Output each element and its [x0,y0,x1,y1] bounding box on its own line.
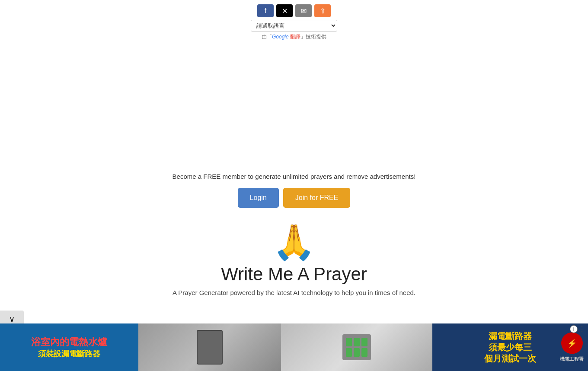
google-brand: Google [272,34,289,40]
ad-logo-area: ⚡ 機電工程署 [560,333,584,362]
ad-logo-text: 機電工程署 [560,356,584,362]
prayer-emoji: 🙏 [0,225,588,260]
top-ad-area [0,43,588,164]
ad-segment-1[interactable]: 浴室內的電熱水爐 須裝設漏電斷路器 [0,323,138,371]
ad-more-icon[interactable]: ⋮ [578,325,585,333]
credit-suffix: 」技術提供 [300,34,326,40]
ad-text-1: 浴室內的電熱水爐 [31,336,107,349]
bottom-ad-banner: 浴室內的電熱水爐 須裝設漏電斷路器 [0,323,588,371]
join-free-button[interactable]: Join for FREE [283,188,351,208]
twitter-icon: ✕ [282,7,288,15]
member-prompt-text: Become a FREE member to generate unlimit… [0,173,588,180]
ad-info-icon[interactable]: i [570,325,578,333]
credit-prefix: 由「 [262,34,272,40]
emsd-icon: ⚡ [567,339,577,348]
facebook-icon: f [265,7,266,15]
ad-text-2: 須裝設漏電斷路器 [38,349,100,359]
auth-buttons: Login Join for FREE [0,188,588,208]
share-icon: ⇧ [320,7,326,15]
email-icon: ✉ [301,7,307,15]
translate-bar: 請選取語言 由「Google 翻譯」技術提供 [0,20,588,41]
social-share-bar: f ✕ ✉ ⇧ [0,0,588,20]
praying-hands-icon: 🙏 [272,223,316,261]
ad-text-3: 漏電斷路器 須最少每三 個月測試一次 [484,330,536,364]
twitter-share-button[interactable]: ✕ [276,4,293,17]
facebook-share-button[interactable]: f [257,4,274,17]
google-translate-credit: 由「Google 翻譯」技術提供 [262,33,326,41]
ad-segment-2[interactable] [138,323,281,371]
emsd-logo: ⚡ [561,333,583,354]
email-share-button[interactable]: ✉ [295,4,312,17]
page-title: Write Me A Prayer [0,264,588,285]
ad-content: 浴室內的電熱水爐 須裝設漏電斷路器 [0,323,588,371]
ad-segment-3[interactable] [281,323,432,371]
member-prompt-section: Become a FREE member to generate unlimit… [0,164,588,215]
page-subtitle: A Prayer Generator powered by the latest… [0,289,588,296]
translate-word: 翻譯 [290,34,300,40]
generic-share-button[interactable]: ⇧ [314,4,331,17]
ad-controls: i ⋮ [570,325,585,333]
login-button[interactable]: Login [238,188,279,208]
language-select[interactable]: 請選取語言 [251,20,337,32]
chevron-down-icon: ∨ [9,314,15,324]
